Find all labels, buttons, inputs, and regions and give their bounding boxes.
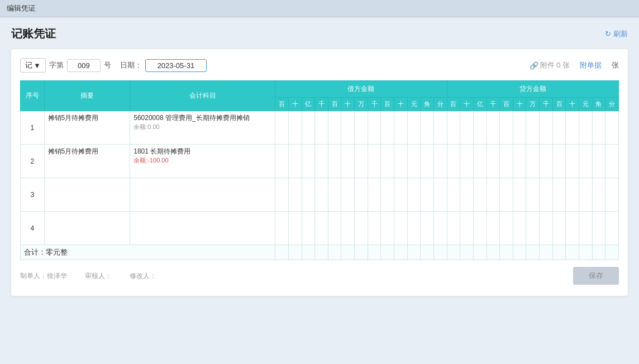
credit-digit-2-1[interactable]	[460, 178, 474, 212]
save-button[interactable]: 保存	[573, 267, 619, 285]
debit-digit-2-3[interactable]	[315, 178, 328, 212]
credit-digit-3-12[interactable]	[605, 212, 619, 245]
debit-digit-3-10[interactable]	[407, 212, 421, 245]
credit-digit-3-5[interactable]	[513, 212, 526, 245]
credit-digit-0-2[interactable]	[473, 111, 487, 145]
row-account-2[interactable]	[130, 178, 275, 212]
row-summary-3[interactable]	[44, 212, 130, 245]
debit-digit-2-12[interactable]	[433, 178, 447, 212]
debit-digit-3-6[interactable]	[355, 212, 368, 245]
credit-digit-1-1[interactable]	[460, 145, 474, 178]
debit-digit-1-6[interactable]	[355, 145, 368, 178]
credit-digit-0-8[interactable]	[552, 111, 566, 145]
debit-digit-0-9[interactable]	[394, 111, 408, 145]
debit-digit-3-4[interactable]	[328, 212, 341, 245]
credit-digit-0-10[interactable]	[579, 111, 593, 145]
credit-digit-3-6[interactable]	[526, 212, 540, 245]
credit-digit-2-5[interactable]	[513, 178, 526, 212]
debit-digit-3-1[interactable]	[288, 212, 302, 245]
credit-digit-1-10[interactable]	[579, 145, 593, 178]
credit-digit-0-5[interactable]	[513, 111, 526, 145]
debit-digit-2-5[interactable]	[341, 178, 355, 212]
credit-digit-1-11[interactable]	[592, 145, 605, 178]
credit-digit-3-10[interactable]	[579, 212, 593, 245]
credit-digit-0-3[interactable]	[487, 111, 500, 145]
debit-digit-2-2[interactable]	[302, 178, 315, 212]
debit-digit-1-10[interactable]	[407, 145, 421, 178]
credit-digit-0-1[interactable]	[460, 111, 474, 145]
debit-digit-3-3[interactable]	[315, 212, 328, 245]
credit-digit-2-3[interactable]	[487, 178, 500, 212]
attach-single-link[interactable]: 附单据	[580, 60, 602, 70]
credit-digit-1-6[interactable]	[526, 145, 540, 178]
debit-digit-0-4[interactable]	[328, 111, 341, 145]
debit-digit-2-4[interactable]	[328, 178, 341, 212]
debit-digit-1-1[interactable]	[288, 145, 302, 178]
debit-digit-1-2[interactable]	[302, 145, 315, 178]
credit-digit-1-9[interactable]	[566, 145, 579, 178]
debit-digit-3-12[interactable]	[433, 212, 447, 245]
debit-digit-0-6[interactable]	[355, 111, 368, 145]
debit-digit-0-5[interactable]	[341, 111, 355, 145]
debit-digit-2-10[interactable]	[407, 178, 421, 212]
credit-digit-0-4[interactable]	[500, 111, 513, 145]
credit-digit-0-11[interactable]	[592, 111, 605, 145]
credit-digit-0-6[interactable]	[526, 111, 540, 145]
credit-digit-1-12[interactable]	[605, 145, 619, 178]
credit-digit-1-3[interactable]	[487, 145, 500, 178]
debit-digit-1-3[interactable]	[315, 145, 328, 178]
debit-digit-0-2[interactable]	[302, 111, 315, 145]
debit-digit-3-9[interactable]	[394, 212, 408, 245]
credit-digit-3-9[interactable]	[566, 212, 579, 245]
credit-digit-2-0[interactable]	[447, 178, 460, 212]
debit-digit-0-7[interactable]	[368, 111, 381, 145]
type-dropdown[interactable]: 记 ▼	[20, 58, 46, 73]
debit-digit-2-0[interactable]	[275, 178, 289, 212]
row-account-3[interactable]	[130, 212, 275, 245]
credit-digit-3-0[interactable]	[447, 212, 460, 245]
credit-digit-0-7[interactable]	[540, 111, 553, 145]
debit-digit-1-12[interactable]	[433, 145, 447, 178]
debit-digit-0-0[interactable]	[275, 111, 289, 145]
debit-digit-2-9[interactable]	[394, 178, 408, 212]
credit-digit-2-9[interactable]	[566, 178, 579, 212]
credit-digit-1-4[interactable]	[500, 145, 513, 178]
debit-digit-1-8[interactable]	[381, 145, 394, 178]
credit-digit-1-0[interactable]	[447, 145, 460, 178]
row-summary-1[interactable]: 摊销5月待摊费用	[44, 145, 130, 178]
debit-digit-2-1[interactable]	[288, 178, 302, 212]
credit-digit-2-4[interactable]	[500, 178, 513, 212]
row-account-1[interactable]: 1801 长期待摊费用余额:-100.00	[130, 145, 275, 178]
row-summary-0[interactable]: 摊销5月待摊费用	[44, 111, 130, 145]
debit-digit-0-10[interactable]	[407, 111, 421, 145]
credit-digit-1-5[interactable]	[513, 145, 526, 178]
debit-digit-1-0[interactable]	[275, 145, 289, 178]
credit-digit-1-2[interactable]	[473, 145, 487, 178]
credit-digit-2-11[interactable]	[592, 178, 605, 212]
credit-digit-2-10[interactable]	[579, 178, 593, 212]
debit-digit-3-11[interactable]	[421, 212, 434, 245]
credit-digit-3-7[interactable]	[540, 212, 553, 245]
credit-digit-0-0[interactable]	[447, 111, 460, 145]
debit-digit-1-5[interactable]	[341, 145, 355, 178]
credit-digit-0-9[interactable]	[566, 111, 579, 145]
debit-digit-1-9[interactable]	[394, 145, 408, 178]
credit-digit-3-11[interactable]	[592, 212, 605, 245]
credit-digit-3-3[interactable]	[487, 212, 500, 245]
debit-digit-1-7[interactable]	[368, 145, 381, 178]
debit-digit-0-1[interactable]	[288, 111, 302, 145]
row-summary-2[interactable]	[44, 178, 130, 212]
debit-digit-2-7[interactable]	[368, 178, 381, 212]
credit-digit-1-8[interactable]	[552, 145, 566, 178]
credit-digit-0-12[interactable]	[605, 111, 619, 145]
credit-digit-3-1[interactable]	[460, 212, 474, 245]
credit-digit-3-2[interactable]	[473, 212, 487, 245]
debit-digit-3-5[interactable]	[341, 212, 355, 245]
debit-digit-3-8[interactable]	[381, 212, 394, 245]
debit-digit-1-4[interactable]	[328, 145, 341, 178]
credit-digit-2-7[interactable]	[540, 178, 553, 212]
row-account-0[interactable]: 56020008 管理费用_长期待摊费用摊销余额:0.00	[130, 111, 275, 145]
refresh-button[interactable]: ↻ 刷新	[605, 29, 628, 39]
debit-digit-2-6[interactable]	[355, 178, 368, 212]
credit-digit-3-8[interactable]	[552, 212, 566, 245]
